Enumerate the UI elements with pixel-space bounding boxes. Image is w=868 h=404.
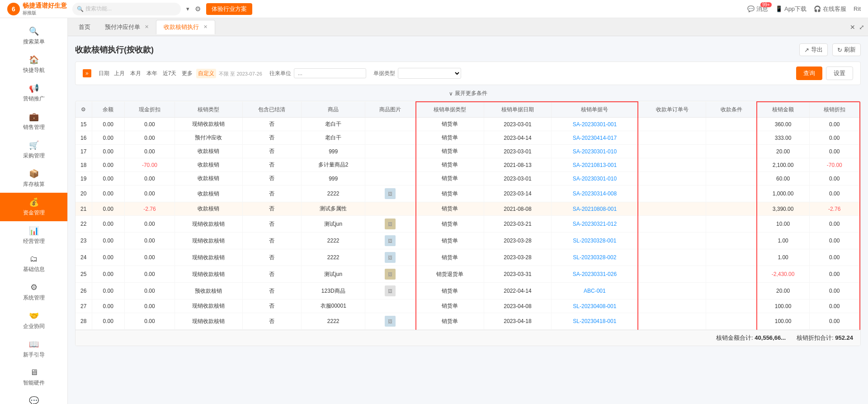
sidebar-item-hardware[interactable]: 🖥 智能硬件: [0, 363, 67, 391]
cell-doc-no: SA-20210813-001: [552, 158, 638, 172]
col-goodsimg-header: 商品图片: [365, 102, 416, 118]
notification-btn[interactable]: 💬 消息 99+: [747, 5, 768, 13]
sidebar-item-search[interactable]: 🔍 搜索菜单: [0, 22, 67, 50]
sidebar-item-coop[interactable]: 🤝 企业协同: [0, 306, 67, 335]
date-7days[interactable]: 近7天: [161, 69, 179, 78]
date-this-month[interactable]: 本月: [128, 69, 143, 78]
date-more[interactable]: 更多: [180, 69, 194, 78]
dropdown-icon[interactable]: ▾: [186, 5, 189, 12]
tab-home[interactable]: 首页: [71, 20, 98, 34]
trial-btn[interactable]: 体验行业方案: [206, 3, 252, 15]
doc-no-link[interactable]: SL-20230418-001: [573, 318, 616, 324]
cell-balance: 0.00: [92, 233, 124, 249]
partner-input[interactable]: [294, 68, 366, 78]
cell-goods: 123D商品: [302, 283, 365, 299]
top-bar-right: 💬 消息 99+ 📱 App下载 🎧 在线客服 Rit: [747, 5, 861, 13]
cell-type: 现销收款核销: [175, 249, 243, 266]
cell-discount: 0.00: [124, 313, 175, 330]
doc-no-link[interactable]: SA-20230301-010: [573, 176, 617, 182]
page-actions: ↗ 导出 ↻ 刷新: [799, 43, 861, 56]
online-service-btn[interactable]: 🎧 在线客服: [814, 5, 846, 13]
query-btn[interactable]: 查询: [796, 67, 822, 80]
cell-receipt-cond: [706, 172, 757, 185]
cell-doc-date: 2023-03-01: [484, 118, 552, 131]
sidebar-item-inventory[interactable]: 📦 库存核算: [0, 164, 67, 193]
filter-toggle-icon[interactable]: »: [83, 69, 91, 77]
cell-writeoff-discount: 0.00: [809, 131, 860, 145]
user-avatar[interactable]: Rit: [854, 5, 861, 12]
cell-doc-date: 2023-03-01: [484, 145, 552, 158]
refresh-btn[interactable]: ↻ 刷新: [832, 43, 861, 56]
col-doctype-header: 核销单据类型: [416, 102, 484, 118]
doc-no-link[interactable]: SA-20230414-017: [573, 135, 617, 141]
doc-no-link[interactable]: SA-20230321-012: [573, 221, 617, 227]
setting-btn[interactable]: 设置: [826, 67, 853, 80]
col-settings-header[interactable]: ⚙: [75, 102, 92, 118]
date-last-month[interactable]: 上月: [112, 69, 127, 78]
doc-no-link[interactable]: SL-20230328-001: [573, 238, 616, 244]
sidebar-item-marketing[interactable]: 📢 营销推广: [0, 79, 67, 107]
sidebar-item-sales[interactable]: 💼 销售管理: [0, 107, 67, 136]
cell-writeoff-discount: 0.00: [809, 216, 860, 233]
cell-goods: 老白干: [302, 131, 365, 145]
col-discount-header: 核销类型: [175, 102, 243, 118]
gear-icon[interactable]: ⚙: [195, 5, 201, 13]
date-custom[interactable]: 自定义: [196, 69, 216, 78]
sidebar-item-system[interactable]: ⚙ 系统管理: [0, 278, 67, 306]
service-icon: 🎧: [814, 5, 821, 12]
expand-conditions-btn[interactable]: ∨ 展开更多条件: [449, 90, 487, 97]
logo: 6 畅捷通谱好生意 标推版: [7, 2, 67, 16]
window-close-btn[interactable]: ✕: [850, 24, 855, 31]
table-row: 180.00-70.00收款核销否多计量商品2销货单2021-08-13SA-2…: [75, 158, 860, 172]
tab-prepay[interactable]: 预付冲应付单 ✕: [98, 20, 156, 34]
tab-prepay-label: 预付冲应付单: [105, 23, 140, 31]
cell-settled: 否: [242, 283, 301, 299]
sidebar-item-nav[interactable]: 🏠 快捷导航: [0, 50, 67, 79]
cell-doc-date: 2023-04-08: [484, 299, 552, 313]
sidebar-item-base[interactable]: 🗂 基础信息: [0, 250, 67, 278]
sidebar-item-purchase[interactable]: 🛒 采购管理: [0, 136, 67, 164]
cell-receipt-no: [638, 158, 706, 172]
filter-row: » 日期 上月 本月 本年 近7天 更多 自定义 不限 至 2023-07-26: [83, 67, 853, 80]
tab-prepay-close[interactable]: ✕: [145, 24, 149, 30]
cell-discount: 0.00: [124, 118, 175, 131]
sidebar-item-label: 经营管理: [23, 238, 45, 245]
sidebar-item-guide[interactable]: 📖 新手引导: [0, 335, 67, 363]
app-download-btn[interactable]: 📱 App下载: [775, 5, 807, 13]
date-label: 日期: [99, 70, 109, 77]
doc-no-link[interactable]: SA-20210808-001: [573, 206, 617, 212]
tab-collection-close[interactable]: ✕: [203, 24, 208, 30]
cell-writeoff-discount: 0.00: [809, 145, 860, 158]
cell-amount: 360.00: [757, 118, 809, 131]
cell-doc-no: SL-20230418-001: [552, 313, 638, 330]
cell-settings: 24: [75, 249, 92, 266]
export-btn[interactable]: ↗ 导出: [799, 43, 828, 56]
doc-no-link[interactable]: ABC-001: [584, 288, 606, 294]
doc-no-link[interactable]: SA-20210813-001: [573, 162, 617, 168]
sidebar-item-wechat[interactable]: 💬 企业微信: [0, 391, 67, 404]
cell-discount: 0.00: [124, 233, 175, 249]
doc-no-link[interactable]: SA-20230331-026: [573, 271, 617, 277]
cell-balance: 0.00: [92, 185, 124, 202]
sidebar-item-ops[interactable]: 📊 经营管理: [0, 221, 67, 250]
window-expand-btn[interactable]: ⤢: [859, 24, 864, 31]
cell-goods: 多计量商品2: [302, 158, 365, 172]
doc-no-link[interactable]: SL-20230328-002: [573, 254, 616, 261]
tab-collection[interactable]: 收款核销执行 ✕: [156, 20, 215, 34]
sidebar-item-finance[interactable]: 💰 资金管理: [0, 193, 67, 221]
product-image: 🖼: [385, 235, 396, 246]
cell-type: 现销收款核销: [175, 266, 243, 283]
cell-writeoff-discount: 0.00: [809, 266, 860, 283]
cell-type: 收款核销: [175, 202, 243, 216]
doc-no-link[interactable]: SA-20230301-001: [573, 121, 617, 128]
top-search[interactable]: 🔍 搜索功能...: [72, 3, 181, 15]
refresh-icon: ↻: [837, 47, 842, 53]
doc-no-link[interactable]: SA-20230314-008: [573, 190, 617, 197]
doctype-select[interactable]: [398, 68, 461, 79]
cell-doc-date: 2023-03-14: [484, 185, 552, 202]
filter-toggle[interactable]: »: [83, 69, 91, 77]
cell-settings: 16: [75, 131, 92, 145]
date-this-year[interactable]: 本年: [145, 69, 159, 78]
doc-no-link[interactable]: SA-20230301-010: [573, 148, 617, 155]
doc-no-link[interactable]: SL-20230408-001: [573, 303, 616, 309]
